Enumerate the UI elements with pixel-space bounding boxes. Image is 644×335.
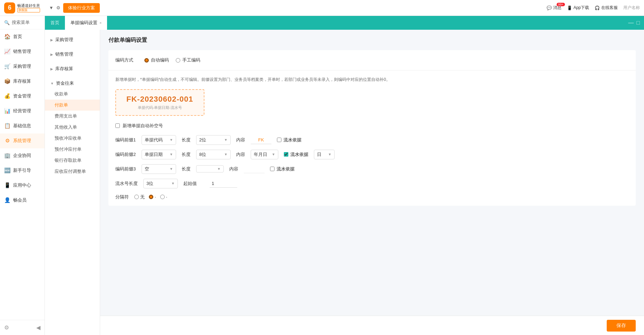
main-content: 付款单编码设置 编码方式 自动编码 [100,30,644,335]
tab-home[interactable]: 首页 [45,16,65,30]
sec-item-bank[interactable]: 银行存取款单 [45,155,100,166]
window-maximize-btn[interactable]: □ [636,20,640,26]
sidebar-item-operation[interactable]: 📊 经营管理 [0,104,45,119]
sep-radio-dot[interactable]: · [160,194,167,199]
prefix1-select[interactable]: 单据代码 ▼ [142,135,176,145]
prefix3-select[interactable]: 空 ▼ [142,164,176,174]
save-button[interactable]: 保存 [607,320,636,332]
sidebar-item-base[interactable]: 📋 基础信息 [0,119,45,133]
serial2-checkbox[interactable]: 流水依据 [284,151,308,158]
window-minimize-btn[interactable]: — [628,20,634,26]
radio-auto[interactable]: 自动编码 [144,57,169,63]
sidebar-item-corp[interactable]: 🏢 企业协同 [0,148,45,163]
sec-item-prepay-receive[interactable]: 预收冲应收单 [45,133,100,144]
sec-item-payment[interactable]: 付款单 [45,100,100,111]
auto-fill-label[interactable]: 新增单据自动补空号 [123,123,163,129]
sidebar-item-guide[interactable]: 🆕 新手引导 [0,163,45,178]
gear-icon: ⚙ [56,5,60,10]
message-area[interactable]: 💬 消息 99+ [547,5,561,11]
radio-manual-input[interactable] [176,58,180,63]
settings-row-1: 编码前缀1 单据代码 ▼ 长度 2位 ▼ 内容 [115,135,629,145]
sec-item-expense[interactable]: 费用支出单 [45,111,100,122]
app-icon: 📱 [4,182,10,188]
header-right: 💬 消息 99+ 📱 App下载 🎧 在线客服 用户名称 [547,5,640,11]
length2-select[interactable]: 8位 ▼ [196,150,231,159]
nav-dropdown-btn[interactable]: ▼ [49,5,54,10]
footer-gear-btn[interactable]: ⚙ [4,324,9,331]
sec-header-inventory[interactable]: ▶ 库存核算 [45,64,100,74]
settings-grid: 编码前缀1 单据代码 ▼ 长度 2位 ▼ 内容 [115,135,629,188]
encode-method-label: 编码方式 [115,57,136,63]
sidebar-item-sales[interactable]: 📈 销售管理 [0,44,45,59]
finance-icon: 💰 [4,93,10,99]
sep-radio-dash[interactable]: · [149,194,156,199]
settings-btn[interactable]: ⚙ [56,5,60,10]
content-wrapper: ▶ 采购管理 ▶ 销售管理 ▶ 库存核算 [45,30,644,335]
search-icon: 🔍 [4,20,10,25]
sep-dash-input[interactable] [149,195,153,199]
sidebar-item-home[interactable]: 🏠 首页 [0,29,45,44]
prefix2-select[interactable]: 单据日期 ▼ [142,150,176,159]
industry-btn[interactable]: 体验行业方案 [63,3,100,13]
sec-item-prepay-pay[interactable]: 预付冲应付单 [45,144,100,155]
content1-input[interactable] [251,136,271,144]
serial2-checkbox-input[interactable] [284,152,288,157]
download-icon: 📱 [567,6,572,10]
sidebar-item-purchase[interactable]: 🛒 采购管理 [0,59,45,74]
auto-fill-row: 新增单据自动补空号 [115,123,629,129]
sidebar-search[interactable]: 🔍 搜索菜单 [0,16,45,29]
sidebar-item-inventory[interactable]: 📦 库存核算 [0,74,45,89]
sidebar-collapse-btn[interactable]: ◀ [36,324,40,331]
user-area[interactable]: 用户名称 [623,5,640,11]
sec-item-adjust[interactable]: 应收应付调整单 [45,166,100,177]
sep-options: 无 · · [134,194,167,200]
auto-fill-checkbox[interactable] [115,123,120,128]
sep-none-input[interactable] [134,195,139,199]
serial2-unit-select[interactable]: 日 ▼ [314,150,335,159]
nav-controls: ▼ ⚙ 体验行业方案 [49,3,547,13]
left-sidebar: 🔍 搜索菜单 🏠 首页 📈 销售管理 🛒 采购管理 📦 库存核算 💰 资金管理 … [0,16,45,335]
encode-radio-group: 自动编码 手工编码 [144,57,200,63]
sec-header-sales[interactable]: ▶ 销售管理 [45,49,100,59]
logo-area: 6 畅通道好生意 旗舰版 [4,2,49,13]
service-icon: 🎧 [595,6,600,10]
start-value-input[interactable] [210,179,237,188]
sec-header-capital[interactable]: ▼ 资金往来 [45,78,100,89]
prefix3-arrow-icon: ▼ [170,167,173,171]
radio-manual[interactable]: 手工编码 [176,57,200,63]
page-title: 付款单编码设置 [108,37,636,44]
app-download-area[interactable]: 📱 App下载 [567,5,589,11]
serial3-checkbox[interactable]: 流水依据 [270,166,295,172]
tab-encode[interactable]: 单据编码设置 × [65,16,107,30]
length3-select[interactable]: ▼ [196,165,224,173]
purchase-icon: 🛒 [4,63,10,69]
tab-encode-close[interactable]: × [99,21,102,25]
base-icon: 📋 [4,123,10,129]
serial1-checkbox-input[interactable] [277,138,281,142]
serial-num-select[interactable]: 3位 ▼ [143,179,178,188]
sidebar-item-appstore[interactable]: 📱 应用中心 [0,178,45,193]
content2-arrow-icon: ▼ [272,152,275,156]
settings-row-3: 编码前缀3 空 ▼ 长度 ▼ 内容 [115,164,629,174]
settings-section: 新增单据时，*单据编码*自动生成，不可编辑。前缀设置为部门、业务员等档案类，开单… [108,71,636,206]
sec-item-income[interactable]: 其他收入单 [45,122,100,133]
sep-radio-none[interactable]: 无 [134,194,145,200]
online-service-area[interactable]: 🎧 在线客服 [595,5,618,11]
sec-header-purchase[interactable]: ▶ 采购管理 [45,35,100,45]
length3-label: 长度 [182,166,191,172]
serial1-checkbox[interactable]: 流水依据 [277,137,301,143]
serial3-checkbox-input[interactable] [270,167,275,171]
sep-dot-input[interactable] [160,195,165,199]
serial-num-arrow-icon: ▼ [171,182,175,185]
length1-select[interactable]: 2位 ▼ [196,135,231,145]
sec-group-capital: ▼ 资金往来 收款单 付款单 费用支出单 其他收入单 预收冲应收单 预付冲应付单… [45,76,100,179]
operation-icon: 📊 [4,108,10,114]
sidebar-item-system[interactable]: ⚙ 系统管理 [0,133,45,148]
content2-select[interactable]: 年月日 ▼ [251,150,278,159]
sidebar-item-member[interactable]: 👤 畅会员 [0,193,45,208]
sec-item-receipt[interactable]: 收款单 [45,89,100,100]
radio-auto-input[interactable] [144,58,149,63]
tab-bar: 首页 单据编码设置 × — □ [45,16,644,30]
content3-input[interactable] [244,165,265,173]
sidebar-item-finance[interactable]: 💰 资金管理 [0,89,45,104]
